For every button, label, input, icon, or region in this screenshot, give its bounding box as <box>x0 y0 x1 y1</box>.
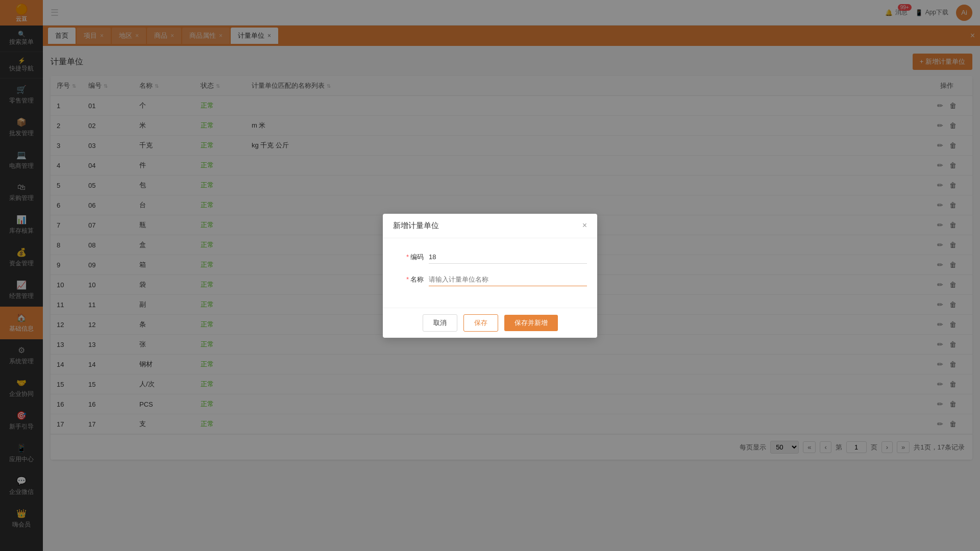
modal-header: 新增计量单位 × <box>383 214 597 238</box>
cancel-button[interactable]: 取消 <box>423 314 457 332</box>
name-label: 名称 <box>393 275 424 284</box>
modal-footer: 取消 保存 保存并新增 <box>383 308 597 338</box>
form-row-name: 名称 <box>393 273 587 286</box>
add-unit-modal: 新增计量单位 × 编码 名称 取消 保存 保存并新增 <box>383 214 597 338</box>
code-input[interactable] <box>429 251 587 264</box>
modal-close-button[interactable]: × <box>582 221 587 230</box>
save-and-add-button[interactable]: 保存并新增 <box>504 315 558 331</box>
save-button[interactable]: 保存 <box>463 314 498 332</box>
form-row-code: 编码 <box>393 251 587 264</box>
code-label: 编码 <box>393 253 424 262</box>
name-input[interactable] <box>429 273 587 286</box>
modal-overlay: 新增计量单位 × 编码 名称 取消 保存 保存并新增 <box>0 0 980 551</box>
modal-title: 新增计量单位 <box>393 221 439 231</box>
modal-body: 编码 名称 <box>383 238 597 308</box>
